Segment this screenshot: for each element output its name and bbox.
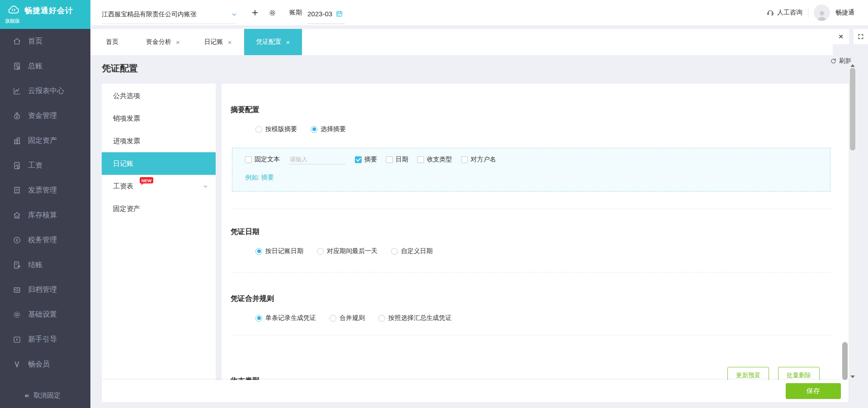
sidebar-item-home[interactable]: 首页 bbox=[0, 29, 90, 54]
radio-merge-rule[interactable]: 合并规则 bbox=[330, 314, 365, 322]
sidebar-item-salary[interactable]: 工资 bbox=[0, 153, 90, 178]
checkbox-counterparty[interactable]: 对方户名 bbox=[461, 155, 496, 164]
close-tab-icon[interactable]: × bbox=[286, 38, 290, 46]
config-submenu: 公共选项 销项发票 进项发票 日记账 工资表 NEW 固定资产 bbox=[102, 84, 216, 380]
divider bbox=[232, 335, 830, 335]
checkbox-icon bbox=[461, 156, 468, 163]
home-icon bbox=[12, 37, 22, 46]
sidebar: 畅捷通好会计 旗舰版 首页 总账 云报表中心 资金管理 固定资产 工资 bbox=[0, 0, 90, 408]
radio-custom-date[interactable]: 自定义日期 bbox=[391, 247, 433, 255]
support-button[interactable]: 人工咨询 bbox=[766, 9, 802, 17]
avatar[interactable] bbox=[814, 5, 830, 21]
checkbox-income-type[interactable]: 收支类型 bbox=[417, 155, 452, 164]
brand-edition: 旗舰版 bbox=[0, 17, 90, 24]
tab-fund-analysis[interactable]: 资金分析 × bbox=[134, 29, 192, 55]
chevron-down-icon bbox=[203, 183, 208, 189]
checkbox-date[interactable]: 日期 bbox=[386, 155, 408, 164]
video-guide-icon bbox=[12, 335, 22, 344]
checkbox-icon bbox=[386, 156, 393, 163]
sidebar-item-inventory-accounting[interactable]: 库存核算 bbox=[0, 203, 90, 228]
checkbox-icon bbox=[417, 156, 424, 163]
sidebar-item-general-ledger[interactable]: 总账 bbox=[0, 54, 90, 79]
period-selector[interactable]: 2023-03 bbox=[307, 5, 345, 24]
radio-select-summary[interactable]: 选择摘要 bbox=[311, 125, 346, 133]
radio-period-last-day[interactable]: 对应期间最后一天 bbox=[317, 247, 377, 255]
divider bbox=[232, 209, 830, 209]
divider bbox=[232, 272, 830, 272]
closing-icon bbox=[12, 260, 22, 270]
tab-home[interactable]: 首页 bbox=[90, 29, 134, 55]
divider bbox=[808, 8, 808, 17]
calendar-icon bbox=[335, 10, 343, 18]
panel-scrollbar-thumb[interactable] bbox=[842, 342, 848, 380]
tax-icon bbox=[12, 235, 22, 245]
radio-icon bbox=[330, 315, 336, 322]
radio-icon bbox=[378, 315, 385, 322]
radio-icon bbox=[255, 126, 262, 133]
ledger-icon bbox=[12, 61, 22, 71]
unpin-sidebar-button[interactable]: 取消固定 bbox=[24, 391, 61, 400]
company-selector[interactable]: 江西服宝精品有限责任公司内账张 bbox=[102, 5, 237, 24]
period-label: 账期 bbox=[289, 9, 302, 17]
voucher-date-radio-group: 按日记账日期 对应期间最后一天 自定义日期 bbox=[255, 247, 433, 255]
add-account-button[interactable]: + bbox=[252, 7, 258, 18]
sidebar-item-invoice-management[interactable]: 发票管理 bbox=[0, 178, 90, 203]
scroll-down-arrow-icon[interactable] bbox=[850, 375, 855, 378]
page-title: 凭证配置 bbox=[102, 62, 138, 75]
sidebar-item-archive-management[interactable]: 归档管理 bbox=[0, 277, 90, 302]
period-value: 2023-03 bbox=[307, 10, 332, 18]
scrollbar-track[interactable] bbox=[849, 62, 857, 380]
close-tab-icon[interactable]: × bbox=[176, 38, 180, 46]
warehouse-icon bbox=[12, 211, 22, 220]
tab-journal[interactable]: 日记账 × bbox=[192, 29, 244, 55]
sidebar-item-beginner-guide[interactable]: 新手引导 bbox=[0, 327, 90, 352]
tab-voucher-config[interactable]: 凭证配置 × bbox=[244, 29, 302, 55]
submenu-item-salary-sheet[interactable]: 工资表 NEW bbox=[102, 175, 216, 197]
headset-icon bbox=[766, 9, 774, 17]
sidebar-item-fund-management[interactable]: 资金管理 bbox=[0, 103, 90, 128]
section-title-voucher-date: 凭证日期 bbox=[231, 227, 259, 237]
settings-gear-button[interactable] bbox=[268, 9, 277, 17]
submenu-item-purchase-invoice[interactable]: 进项发票 bbox=[102, 130, 216, 152]
submenu-item-common-options[interactable]: 公共选项 bbox=[102, 84, 216, 107]
save-button[interactable]: 保存 bbox=[786, 383, 841, 399]
submenu-item-journal[interactable]: 日记账 bbox=[102, 152, 216, 175]
brand-title: 畅捷通好会计 bbox=[24, 5, 73, 16]
unpin-icon bbox=[24, 392, 31, 399]
refresh-button[interactable]: 刷新 bbox=[830, 57, 851, 65]
topbar: 江西服宝精品有限责任公司内账张 + 账期 2023-03 人工咨询 畅捷通 bbox=[90, 0, 868, 25]
invoice-icon bbox=[12, 186, 22, 195]
archive-icon bbox=[12, 285, 22, 295]
scroll-up-arrow-icon[interactable] bbox=[850, 64, 855, 67]
fullscreen-button[interactable] bbox=[854, 29, 868, 44]
sidebar-item-member[interactable]: 畅会员 bbox=[0, 352, 90, 377]
submenu-item-fixed-assets[interactable]: 固定资产 bbox=[102, 197, 216, 220]
submenu-item-sales-invoice[interactable]: 销项发票 bbox=[102, 107, 216, 130]
sidebar-item-closing[interactable]: 结账 bbox=[0, 253, 90, 277]
app-logo[interactable]: 畅捷通好会计 旗舰版 bbox=[0, 0, 90, 29]
refresh-icon bbox=[830, 58, 837, 65]
gear-icon bbox=[268, 9, 277, 17]
radio-icon bbox=[255, 315, 262, 322]
checkbox-summary[interactable]: 摘要 bbox=[355, 155, 377, 164]
radio-journal-date[interactable]: 按日记账日期 bbox=[255, 247, 303, 255]
close-tab-icon[interactable]: × bbox=[228, 38, 232, 46]
radio-template-summary[interactable]: 按模版摘要 bbox=[255, 125, 297, 133]
fullscreen-icon bbox=[858, 33, 864, 40]
radio-single-record[interactable]: 单条记录生成凭证 bbox=[255, 314, 316, 322]
sidebar-item-cloud-reports[interactable]: 云报表中心 bbox=[0, 79, 90, 103]
sidebar-item-fixed-assets[interactable]: 固定资产 bbox=[0, 128, 90, 153]
checkbox-icon bbox=[245, 156, 252, 163]
checkbox-fixed-text[interactable]: 固定文本 bbox=[245, 155, 280, 164]
section-title-summary: 摘要配置 bbox=[231, 105, 259, 115]
vip-member-icon bbox=[12, 360, 22, 369]
summary-example-text: 例如: 摘要 bbox=[245, 174, 830, 182]
config-panel: 摘要配置 按模版摘要 选择摘要 固定文本 摘要 bbox=[222, 84, 849, 380]
scrollbar-thumb[interactable] bbox=[850, 68, 855, 150]
sidebar-item-basic-settings[interactable]: 基础设置 bbox=[0, 302, 90, 327]
fixed-text-input[interactable] bbox=[289, 155, 346, 164]
salary-sheet-icon bbox=[12, 161, 22, 170]
close-all-tabs-button[interactable]: × bbox=[833, 29, 849, 44]
sidebar-item-tax-management[interactable]: 税务管理 bbox=[0, 228, 90, 253]
radio-summary-by-selection[interactable]: 按照选择汇总生成凭证 bbox=[378, 314, 452, 322]
